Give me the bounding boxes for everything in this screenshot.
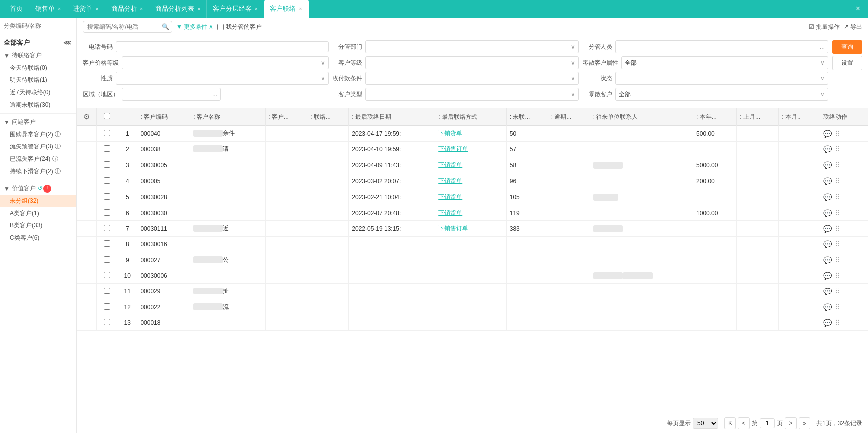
select-all-checkbox[interactable]: [104, 113, 110, 119]
this-year-column-header[interactable]: : 本年...: [693, 108, 737, 126]
more-action-icon[interactable]: ⠿: [835, 225, 840, 233]
more-action-icon[interactable]: ⠿: [835, 177, 840, 185]
sidebar-all-customers[interactable]: 全部客户 ⋘: [0, 34, 76, 49]
last-month-column-header[interactable]: : 上月...: [737, 108, 779, 126]
contact-action-icon[interactable]: 💬: [823, 288, 832, 295]
filter-manager-select[interactable]: ...: [615, 40, 828, 53]
contact-action-icon[interactable]: 💬: [823, 130, 832, 138]
contact-column-header[interactable]: : 联络...: [307, 108, 349, 126]
filter-customer-type-select[interactable]: ∨: [365, 88, 578, 101]
settings-column-header[interactable]: ⚙: [77, 108, 97, 126]
contact-action-icon[interactable]: 💬: [823, 240, 832, 248]
tab-sales[interactable]: 销售单 ×: [29, 0, 67, 18]
more-action-icon[interactable]: ⠿: [835, 145, 840, 153]
page-number-input[interactable]: [760, 418, 775, 428]
tab-customer-segment-close[interactable]: ×: [255, 6, 258, 12]
my-customers-checkbox-label[interactable]: 我分管的客户: [217, 23, 262, 31]
row-checkbox[interactable]: [104, 272, 110, 278]
row-checkbox[interactable]: [104, 288, 110, 294]
contact-action-icon[interactable]: 💬: [823, 209, 832, 217]
last-method-link[interactable]: 下销售订单: [438, 225, 468, 232]
row-checkbox[interactable]: [104, 145, 110, 152]
sidebar-item-overdue-pending[interactable]: 逾期未联络(30): [0, 99, 76, 111]
last-method-link[interactable]: 下销货单: [438, 209, 462, 216]
first-page-btn[interactable]: K: [724, 417, 736, 429]
page-size-select[interactable]: 10 20 50 100: [693, 418, 718, 429]
more-action-icon[interactable]: ⠿: [835, 288, 840, 295]
more-action-icon[interactable]: ⠿: [835, 319, 840, 327]
sidebar-item-class-b[interactable]: B类客户(33): [0, 219, 76, 232]
contact-action-icon[interactable]: 💬: [823, 145, 832, 153]
filter-status-select[interactable]: ∨: [615, 72, 828, 85]
sidebar-item-churn-warning[interactable]: 流失预警客户(3) ⓘ: [0, 141, 76, 153]
row-checkbox[interactable]: [104, 256, 110, 263]
last-page-btn[interactable]: »: [799, 417, 810, 429]
tab-purchase-close[interactable]: ×: [95, 6, 98, 12]
tab-product-analysis-list[interactable]: 商品分析列表 ×: [149, 0, 206, 18]
last-method-link[interactable]: 下销货单: [438, 161, 462, 168]
my-customers-checkbox[interactable]: [217, 24, 224, 30]
tab-product-analysis-list-close[interactable]: ×: [197, 6, 200, 12]
last-method-link[interactable]: 下销货单: [438, 177, 462, 184]
export-btn[interactable]: ↗ 导出: [844, 23, 862, 31]
contact-action-icon[interactable]: 💬: [823, 177, 832, 185]
contact-action-icon[interactable]: 💬: [823, 161, 832, 169]
batch-operation-btn[interactable]: ☑ 批量操作: [809, 23, 840, 31]
sidebar-item-declining[interactable]: 持续下滑客户(2) ⓘ: [0, 165, 76, 178]
row-checkbox[interactable]: [104, 240, 110, 247]
row-checkbox[interactable]: [104, 177, 110, 184]
row-checkbox[interactable]: [104, 193, 110, 200]
contact-action-icon[interactable]: 💬: [823, 319, 832, 327]
more-action-icon[interactable]: ⠿: [835, 161, 840, 169]
customer-code-column-header[interactable]: : 客户编码: [137, 108, 190, 126]
last-contact-method-column-header[interactable]: : 最后联络方式: [435, 108, 507, 126]
tab-customer-contact-close[interactable]: ×: [299, 6, 302, 12]
row-checkbox[interactable]: [104, 303, 110, 310]
contact-action-icon[interactable]: 💬: [823, 225, 832, 233]
customer-type-column-header[interactable]: : 客户...: [266, 108, 307, 126]
row-checkbox[interactable]: [104, 209, 110, 216]
contacts-person-column-header[interactable]: : 往来单位联系人: [590, 108, 693, 126]
sidebar-item-class-c[interactable]: C类客户(6): [0, 232, 76, 244]
row-checkbox[interactable]: [104, 130, 110, 136]
filter-nature-select[interactable]: ∨: [116, 72, 329, 85]
prev-page-btn[interactable]: <: [738, 417, 750, 429]
row-checkbox[interactable]: [104, 225, 110, 231]
filter-more-btn[interactable]: ▼ 更多条件 ∧: [176, 23, 213, 31]
reset-button[interactable]: 设置: [832, 56, 862, 70]
sidebar-item-today-pending[interactable]: 今天待联络(0): [0, 62, 76, 74]
more-action-icon[interactable]: ⠿: [835, 209, 840, 217]
sidebar-item-ungrouped[interactable]: 未分组(32): [0, 195, 76, 207]
more-action-icon[interactable]: ⠿: [835, 272, 840, 280]
last-contact-date-column-header[interactable]: : 最后联络日期: [349, 108, 435, 126]
value-refresh-icon[interactable]: ↺: [38, 185, 42, 192]
search-icon[interactable]: 🔍: [162, 23, 169, 30]
filter-phone-input[interactable]: [116, 41, 329, 52]
row-checkbox[interactable]: [104, 319, 110, 325]
sidebar-item-churned[interactable]: 已流失客户(24) ⓘ: [0, 153, 76, 165]
sidebar-value-group[interactable]: ▼ 价值客户 ↺ !: [0, 182, 76, 195]
row-checkbox[interactable]: [104, 161, 110, 168]
sidebar-item-hoard-abnormal[interactable]: 囤购异常客户(2) ⓘ: [0, 128, 76, 141]
sidebar-item-7day-pending[interactable]: 近7天待联络(0): [0, 86, 76, 99]
this-month-column-header[interactable]: : 本月...: [779, 108, 820, 126]
tab-product-analysis[interactable]: 商品分析 ×: [105, 0, 149, 18]
contact-action-icon[interactable]: 💬: [823, 272, 832, 280]
last-method-link[interactable]: 下销售订单: [438, 145, 468, 152]
filter-payment-terms-select[interactable]: ∨: [365, 72, 578, 85]
contact-action-icon[interactable]: 💬: [823, 256, 832, 264]
tab-home[interactable]: 首页: [4, 0, 29, 18]
window-close-button[interactable]: ×: [852, 4, 864, 13]
tab-purchase[interactable]: 进货单 ×: [67, 0, 105, 18]
sidebar-item-class-a[interactable]: A类客户(1): [0, 207, 76, 219]
sidebar-search-input[interactable]: [4, 22, 77, 29]
filter-region-select[interactable]: ...: [122, 88, 221, 101]
sidebar-item-tomorrow-pending[interactable]: 明天待联络(1): [0, 74, 76, 86]
tab-customer-segment[interactable]: 客户分层经客 ×: [207, 0, 264, 18]
last-method-link[interactable]: 下销货单: [438, 130, 462, 137]
tab-product-analysis-close[interactable]: ×: [140, 6, 143, 12]
filter-dept-select[interactable]: ∨: [365, 40, 578, 53]
contact-action-icon[interactable]: 💬: [823, 303, 832, 311]
more-action-icon[interactable]: ⠿: [835, 303, 840, 311]
next-page-btn[interactable]: >: [785, 417, 797, 429]
